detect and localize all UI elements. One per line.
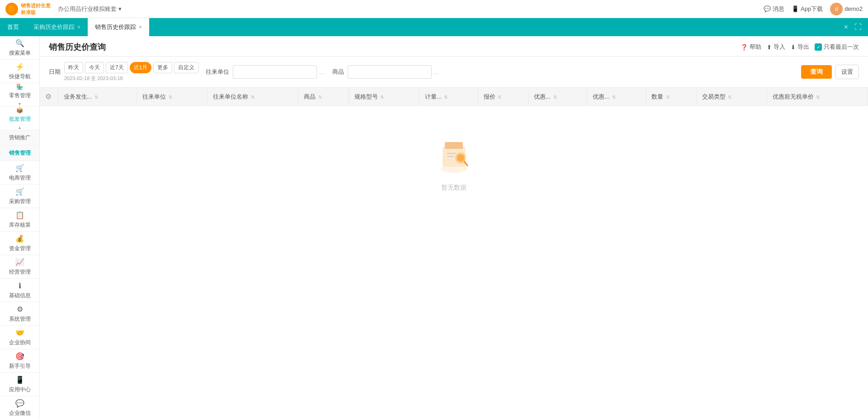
sidebar-item-finance[interactable]: 💰 资金管理 [0, 232, 39, 255]
message-icon: 💬 [764, 5, 771, 12]
date-buttons: 昨天 今天 近7天 近1月 更多 自定义 [64, 62, 198, 73]
partner-input[interactable] [233, 65, 317, 79]
sort-arrows-biz-date: ⇅ [94, 95, 98, 100]
wholesale-icon: 📦 [16, 107, 23, 114]
sidebar-item-enterprise[interactable]: 🤝 企业协同 [0, 326, 39, 349]
date-yesterday-btn[interactable]: 昨天 [64, 62, 83, 73]
th-spec[interactable]: 规格型号 ⇅ [349, 88, 419, 106]
sidebar-label-finance: 资金管理 [9, 245, 31, 252]
sidebar-label-basic: 基础信息 [9, 292, 31, 299]
page-content: 销售历史价查询 ❓ 帮助 ⬆ 导入 ⬇ 导出 ✓ [40, 36, 868, 418]
th-partner-name[interactable]: 往来单位名称 ⇅ [208, 88, 298, 106]
sidebar-label-sales-mgmt: 销售管理 [9, 150, 31, 156]
tab-sales-close[interactable]: × [139, 24, 142, 30]
sidebar-item-wholesale[interactable]: 📦 批发管理 ▴ [0, 107, 39, 130]
sidebar-label-retail: 零售管理 [9, 92, 31, 100]
th-discount2[interactable]: 优惠... ⇅ [587, 88, 646, 106]
sidebar-item-shortcut[interactable]: ⚡ 快捷导航 [0, 60, 39, 83]
date-last1m-btn[interactable]: 近1月 [130, 62, 152, 73]
import-icon: ⬆ [767, 44, 772, 51]
tab-purchase-label: 采购历史价跟踪 [33, 23, 75, 31]
help-icon: ❓ [741, 44, 748, 51]
sidebar-item-inventory[interactable]: 📋 库存核算 [0, 208, 39, 232]
app-download-button[interactable]: 📱 App下载 [792, 5, 823, 13]
tab-purchase-close[interactable]: × [77, 24, 80, 30]
th-quantity[interactable]: 数量 ⇅ [646, 88, 696, 106]
sidebar-label-wechat: 企业微信 [9, 409, 31, 417]
sidebar-item-retail[interactable]: 🏪 零售管理 ▾ [0, 83, 39, 107]
sidebar-item-system[interactable]: ⚙ 系统管理 [0, 302, 39, 326]
user-menu[interactable]: d demo2 [830, 3, 863, 15]
logo-icon: 🟠 [5, 3, 18, 15]
tab-home[interactable]: 首页 [0, 18, 26, 36]
date-more-btn[interactable]: 更多 [153, 62, 172, 73]
sidebar-item-wechat[interactable]: 💬 企业微信 [0, 396, 39, 418]
sidebar-item-operations[interactable]: 📈 经营管理 [0, 255, 39, 279]
product-input-group: ... [348, 65, 439, 79]
main-layout: 🔍 搜索菜单 ⚡ 快捷导航 🏪 零售管理 ▾ 📦 批发管理 ▴ 营销推广 销售管… [0, 36, 868, 418]
close-all-tabs-button[interactable]: × [841, 21, 851, 33]
system-icon: ⚙ [17, 305, 23, 314]
th-biz-date[interactable]: 业务发生... ⇅ [58, 88, 137, 106]
th-unit[interactable]: 计量... ⇅ [419, 88, 478, 106]
import-button[interactable]: ⬆ 导入 [767, 43, 785, 51]
top-bar: 🟠 销售进好生意 标准版 办公用品行业模拟账套 ▾ 💬 消息 📱 App下载 d… [0, 0, 868, 18]
tab-purchase[interactable]: 采购历史价跟踪 × [26, 18, 88, 36]
th-quoted-price[interactable]: 报价 ⇅ [478, 88, 528, 106]
th-partner-code[interactable]: 往来单位 ⇅ [137, 88, 208, 106]
sort-arrows-unit: ⇅ [444, 95, 448, 100]
sidebar-item-sales-mgmt[interactable]: 销售管理 [0, 146, 39, 161]
sidebar-label-apps: 应用中心 [9, 386, 31, 394]
tab-sales[interactable]: 销售历史价跟踪 × [88, 18, 149, 36]
sidebar-item-newbie[interactable]: 🎯 新手引导 [0, 349, 39, 373]
help-button[interactable]: ❓ 帮助 [741, 43, 761, 51]
sidebar-item-apps[interactable]: 📱 应用中心 [0, 373, 39, 396]
maximize-button[interactable]: ⛶ [852, 21, 864, 33]
sort-arrows-partner-code: ⇅ [169, 95, 172, 100]
th-product[interactable]: 商品 ⇅ [298, 88, 349, 106]
messages-button[interactable]: 💬 消息 [764, 5, 784, 13]
query-button[interactable]: 查询 [801, 65, 832, 79]
date-last7-btn[interactable]: 近7天 [106, 62, 128, 73]
empty-icon [431, 133, 476, 178]
product-dots-button[interactable]: ... [434, 68, 439, 76]
inventory-icon: 📋 [15, 211, 24, 219]
download-icon: 📱 [792, 5, 799, 12]
app-selector[interactable]: 办公用品行业模拟账套 ▾ [54, 5, 125, 13]
settings-button[interactable]: 设置 [835, 65, 859, 79]
th-discount1[interactable]: 优惠... ⇅ [528, 88, 587, 106]
filter-right: 查询 设置 [801, 65, 859, 79]
filter-bar: 日期 昨天 今天 近7天 近1月 更多 自定义 2023-02-18 至 202… [40, 57, 868, 88]
sidebar-label-wholesale: 批发管理 [9, 115, 31, 123]
date-filter-group: 日期 昨天 今天 近7天 近1月 更多 自定义 2023-02-18 至 202… [49, 62, 198, 82]
date-custom-btn[interactable]: 自定义 [174, 62, 198, 73]
page-header-actions: ❓ 帮助 ⬆ 导入 ⬇ 导出 ✓ 只看最后一次 [741, 43, 859, 51]
th-trade-type[interactable]: 交易类型 ⇅ [696, 88, 767, 106]
sort-arrows-trade-type: ⇅ [728, 95, 731, 100]
basic-icon: ℹ [19, 281, 21, 290]
export-icon: ⬇ [791, 44, 796, 51]
sidebar: 🔍 搜索菜单 ⚡ 快捷导航 🏪 零售管理 ▾ 📦 批发管理 ▴ 营销推广 销售管… [0, 36, 40, 418]
newbie-icon: 🎯 [15, 352, 24, 361]
sidebar-item-search[interactable]: 🔍 搜索菜单 [0, 36, 39, 60]
sidebar-item-marketing[interactable]: 营销推广 [0, 130, 39, 146]
sidebar-item-purchase-mgmt[interactable]: 🛒 采购管理 [0, 185, 39, 208]
page-header: 销售历史价查询 ❓ 帮助 ⬆ 导入 ⬇ 导出 ✓ [40, 36, 868, 57]
export-button[interactable]: ⬇ 导出 [791, 43, 809, 51]
apps-icon: 📱 [15, 375, 24, 384]
date-filter-col: 昨天 今天 近7天 近1月 更多 自定义 2023-02-18 至 2023-0… [64, 62, 198, 82]
partner-dots-button[interactable]: ... [319, 68, 325, 76]
product-input[interactable] [348, 65, 432, 79]
sidebar-label-ecommerce: 电商管理 [9, 174, 31, 182]
operations-icon: 📈 [15, 258, 24, 266]
date-today-btn[interactable]: 今天 [85, 62, 104, 73]
sidebar-item-ecommerce[interactable]: 🛒 电商管理 [0, 161, 39, 185]
sidebar-sub-wholesale: 营销推广 销售管理 [0, 130, 39, 161]
only-last-checkbox[interactable]: ✓ 只看最后一次 [815, 43, 859, 51]
th-pretax-price[interactable]: 优惠前无税单价 ⇅ [767, 88, 868, 106]
sidebar-item-basic[interactable]: ℹ 基础信息 [0, 279, 39, 302]
page-title: 销售历史价查询 [49, 42, 106, 52]
th-settings[interactable]: ⚙ [40, 88, 58, 106]
table-settings-icon[interactable]: ⚙ [45, 93, 52, 100]
chevron-down-icon: ▾ [118, 5, 122, 12]
